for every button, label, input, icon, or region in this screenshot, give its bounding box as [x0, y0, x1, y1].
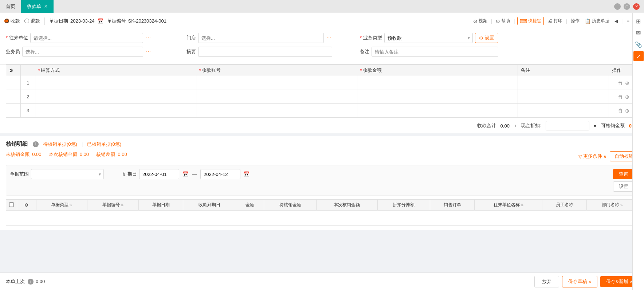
- col-sales-order: 销售订单: [430, 200, 475, 211]
- staff-input[interactable]: [22, 47, 143, 57]
- sidebar-attachment-icon[interactable]: 📎: [633, 39, 644, 50]
- sep3: |: [566, 18, 567, 24]
- shortcut-button[interactable]: ⌨ 快捷键: [517, 17, 544, 25]
- discard-button[interactable]: 放弃: [534, 276, 559, 287]
- help-button[interactable]: ⊙ 帮助: [494, 17, 511, 25]
- account-cell[interactable]: [196, 90, 357, 104]
- business-type-select[interactable]: 预收款: [384, 33, 473, 43]
- video-icon: ⊙: [473, 18, 478, 24]
- note-input[interactable]: [372, 47, 498, 57]
- note-cell[interactable]: [518, 104, 609, 118]
- date-field: 单据日期 2023-03-24 📅: [49, 17, 104, 25]
- tab-receipt-label: 收款单: [27, 3, 41, 10]
- receipt-radio[interactable]: 收款: [4, 18, 20, 24]
- verify-tab-divider: |: [82, 141, 83, 147]
- col-amount: 金额: [236, 200, 264, 211]
- calendar-to-icon[interactable]: 📅: [243, 171, 250, 177]
- video-button[interactable]: ⊙ 视频: [472, 17, 489, 25]
- counterpart-more-button[interactable]: ···: [145, 35, 152, 41]
- col-settings-bottom[interactable]: ⚙: [17, 200, 36, 211]
- summary-input[interactable]: [198, 47, 332, 57]
- delete-icon[interactable]: 🗑: [618, 94, 623, 100]
- history-button[interactable]: 📋 历史单据: [583, 17, 611, 25]
- sidebar-expand-icon[interactable]: ⤢: [633, 51, 644, 61]
- more-conditions-button[interactable]: ▽ 更多条件 ∧: [578, 153, 607, 160]
- amount-cell[interactable]: [357, 104, 518, 118]
- print-button[interactable]: 🖨 打印: [546, 17, 564, 25]
- tab-close-icon[interactable]: ✕: [44, 4, 48, 9]
- account-cell[interactable]: [196, 104, 357, 118]
- table-row: 3 🗑 ⊕: [6, 104, 638, 118]
- shop-input[interactable]: [198, 33, 324, 43]
- account-cell[interactable]: [196, 76, 357, 90]
- filter-icon: ▽: [578, 154, 582, 159]
- delete-icon[interactable]: 🗑: [618, 108, 623, 114]
- pending-tab[interactable]: 待核销单据(0笔): [43, 141, 77, 148]
- discount-label: 现金折扣:: [521, 122, 541, 129]
- footer-current-value: 0.00: [36, 279, 45, 284]
- sort-icon-dept[interactable]: ⇅: [620, 203, 623, 207]
- counterpart-input[interactable]: [30, 33, 143, 43]
- verify-stats: 未核销金额 0.00 本次核销金额 0.00 核销差额 0.00: [6, 151, 127, 158]
- due-date-label: 到期日: [123, 171, 137, 177]
- select-all-checkbox[interactable]: [9, 202, 14, 207]
- copy-icon[interactable]: ⊕: [625, 80, 629, 86]
- prev-button[interactable]: ◀: [613, 18, 619, 24]
- done-tab[interactable]: 已核销单据(0笔): [87, 141, 121, 148]
- col-settings-header[interactable]: ⚙: [6, 65, 21, 76]
- form-area: * 往来单位 ··· 门店 ··· * 业务类型 预收款 ▼: [0, 29, 644, 64]
- shop-more-button[interactable]: ···: [326, 35, 332, 41]
- tab-home[interactable]: 首页: [0, 0, 21, 13]
- sort-icon-doc-num[interactable]: ⇅: [121, 203, 123, 207]
- settlement-cell[interactable]: [35, 76, 196, 90]
- verify-info-icon[interactable]: i: [33, 141, 39, 147]
- settlement-cell[interactable]: [35, 90, 196, 104]
- discount-input[interactable]: [546, 121, 589, 130]
- sort-icon-doc-type[interactable]: ⇅: [69, 203, 72, 207]
- verify-actions: ▽ 更多条件 ∧ 自动核销: [578, 151, 638, 161]
- footer-info-icon[interactable]: i: [28, 279, 34, 285]
- sidebar-mail-icon[interactable]: ✉: [633, 28, 644, 38]
- operation-button[interactable]: 操作: [569, 17, 581, 25]
- list-view-button[interactable]: ≡: [625, 17, 631, 24]
- table-row: 1 🗑 ⊕: [6, 76, 638, 90]
- copy-icon[interactable]: ⊕: [625, 94, 629, 100]
- range-field: 单据范围 ▼: [10, 169, 104, 179]
- delete-icon[interactable]: 🗑: [618, 80, 623, 86]
- range-select[interactable]: [31, 169, 104, 179]
- save-draft-button[interactable]: 保存草稿 ∧: [562, 276, 597, 287]
- calendar-icon[interactable]: 📅: [97, 17, 104, 25]
- refund-radio[interactable]: 退款: [24, 18, 40, 24]
- due-date-to-input[interactable]: [200, 169, 240, 179]
- col-account-header: * 收款账号: [196, 65, 357, 76]
- verify-filter-row: 单据范围 ▼ 到期日 📅 — 📅: [10, 169, 607, 179]
- equals-label: =: [594, 123, 597, 129]
- due-date-from-input[interactable]: [139, 169, 179, 179]
- calendar-from-icon[interactable]: 📅: [182, 171, 188, 177]
- business-type-select-wrap: 预收款 ▼: [384, 33, 473, 43]
- note-cell[interactable]: [518, 76, 609, 90]
- receipt-table-section: ⚙ * 结算方式 * 收款账号 *: [0, 64, 644, 118]
- window-close-button[interactable]: ✕: [633, 3, 640, 10]
- query-button[interactable]: 查询: [613, 169, 634, 179]
- summary-field: 摘要: [186, 47, 332, 57]
- amount-cell[interactable]: [357, 90, 518, 104]
- help-icon: ⊙: [496, 18, 500, 24]
- sidebar-table-icon[interactable]: ⊞: [633, 16, 644, 26]
- footer-current-label: 本单上次: [6, 278, 25, 285]
- settings-button[interactable]: ⚙ 设置: [475, 33, 498, 43]
- col-doc-date: 单据日期: [139, 200, 183, 211]
- footer-left: 本单上次 i 0.00: [6, 278, 45, 285]
- note-cell[interactable]: [518, 90, 609, 104]
- staff-more-button[interactable]: ···: [145, 48, 152, 55]
- settlement-cell[interactable]: [35, 104, 196, 118]
- verify-section: 核销明细 i 待核销单据(0笔) | 已核销单据(0笔) 未核销金额 0.00 …: [0, 136, 644, 230]
- copy-icon[interactable]: ⊕: [625, 108, 629, 114]
- minimize-button[interactable]: —: [614, 3, 621, 10]
- filter-settings-button[interactable]: 设置: [613, 181, 634, 192]
- tab-receipt[interactable]: 收款单 ✕: [21, 0, 54, 13]
- amount-cell[interactable]: [357, 76, 518, 90]
- sort-icon-counterpart[interactable]: ⇅: [521, 203, 523, 207]
- maximize-button[interactable]: □: [624, 3, 630, 10]
- gear-icon: ⚙: [479, 35, 483, 41]
